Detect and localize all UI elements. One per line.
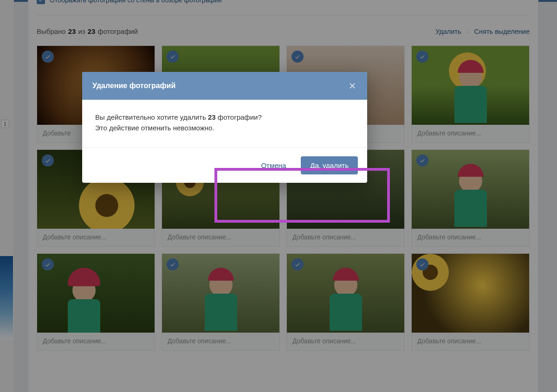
confirm-delete-button[interactable]: Да, удалить (301, 156, 358, 174)
modal-scrim[interactable] (0, 0, 557, 392)
modal-warning: Это действие отменить невозможно. (95, 122, 354, 133)
modal-header: Удаление фотографий (82, 72, 367, 100)
cancel-button[interactable]: Отмена (254, 157, 292, 174)
modal-body: Вы действительно хотите удалить 23 фотог… (82, 100, 367, 148)
modal-question: Вы действительно хотите удалить 23 фотог… (95, 112, 354, 122)
modal-q-pre: Вы действительно хотите удалить (95, 113, 208, 121)
modal-q-count: 23 (208, 113, 216, 121)
modal-q-post: фотографии? (216, 113, 262, 121)
modal-footer: Отмена Да, удалить (82, 148, 367, 183)
close-icon[interactable] (348, 81, 357, 90)
delete-photos-modal: Удаление фотографий Вы действительно хот… (82, 72, 367, 183)
modal-title: Удаление фотографий (92, 82, 175, 90)
